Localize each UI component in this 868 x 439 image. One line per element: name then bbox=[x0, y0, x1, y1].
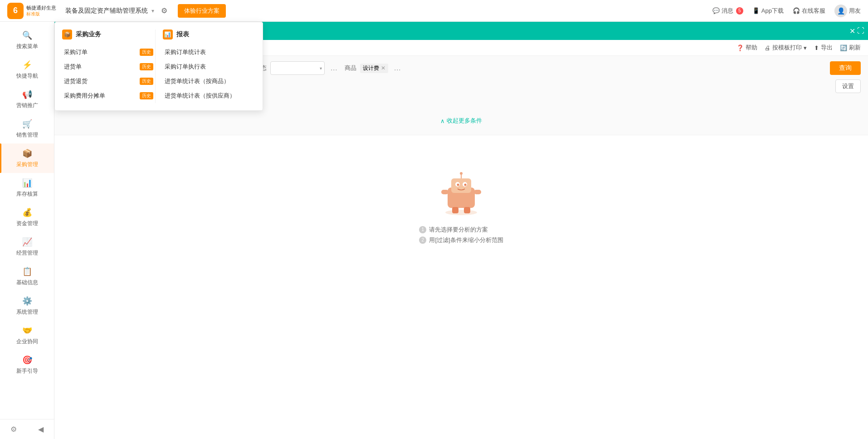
dropdown-col-report: 📊 报表 采购订单统计表 采购订单执行表 进货单统计表（按商品） 进货单统计表（… bbox=[155, 30, 256, 103]
dropdown-item-purchase-order[interactable]: 采购订单 历史 bbox=[62, 45, 155, 59]
report-col-icon: 📊 bbox=[163, 30, 173, 39]
toolbar-help[interactable]: ❓ 帮助 bbox=[736, 44, 757, 52]
sidebar-collapse-btn[interactable]: ◀ bbox=[38, 425, 44, 434]
tab-expand-icon[interactable]: ⛶ bbox=[857, 27, 864, 35]
header-app-download[interactable]: 📱 App下载 bbox=[752, 7, 784, 15]
header-right: 💬 消息 5 📱 App下载 🎧 在线客服 👤 用友 bbox=[712, 5, 861, 17]
toolbar-print[interactable]: 🖨 按模板打印 ▾ bbox=[765, 44, 807, 52]
dropdown-item-purchase-goods[interactable]: 进货单 历史 bbox=[62, 59, 155, 74]
sidebar-item-capital[interactable]: 💰 资金管理 bbox=[0, 202, 54, 232]
dropdown-item-report-3[interactable]: 进货单统计表（按商品） bbox=[163, 74, 256, 89]
history-badge-0: 历史 bbox=[140, 49, 153, 56]
quicknav-icon: ⚡ bbox=[22, 59, 33, 70]
dropdown-item-report-4[interactable]: 进货单统计表（按供应商） bbox=[163, 89, 256, 103]
collapse-area: ∧ 收起更多条件 bbox=[62, 110, 861, 129]
sidebar-item-sales[interactable]: 🛒 销售管理 bbox=[0, 114, 54, 143]
operation-icon: 📈 bbox=[22, 237, 33, 247]
tip-num-2: 2 bbox=[419, 237, 426, 244]
goods-dots[interactable]: … bbox=[394, 64, 401, 72]
svg-rect-2 bbox=[451, 178, 471, 193]
system-title-chevron[interactable]: ▾ bbox=[151, 8, 154, 14]
tab-actions: ✕ ⛶ bbox=[849, 27, 868, 35]
toolbar-export[interactable]: ⬆ 导出 bbox=[814, 44, 833, 52]
goods-label: 商品 bbox=[345, 64, 356, 72]
capital-icon: 💰 bbox=[22, 207, 33, 218]
history-badge-3: 历史 bbox=[140, 92, 153, 99]
header-online-service[interactable]: 🎧 在线客服 bbox=[793, 7, 825, 15]
svg-point-8 bbox=[460, 172, 463, 175]
logo-text: 畅捷通好生意 标准版 bbox=[26, 5, 56, 17]
sales-icon: 🛒 bbox=[22, 118, 33, 129]
export-icon: ⬆ bbox=[814, 44, 819, 51]
dropdown-item-report-1[interactable]: 采购订单统计表 bbox=[163, 45, 256, 59]
top-header: 6 畅捷通好生意 标准版 装备及固定资产辅助管理系统 ▾ ⚙ 体验行业方案 💬 … bbox=[0, 0, 868, 22]
sidebar-item-inventory[interactable]: 📊 库存核算 bbox=[0, 173, 54, 202]
collapse-btn[interactable]: ∧ 收起更多条件 bbox=[440, 113, 482, 128]
dropdown-menu: 📦 采购业务 采购订单 历史 进货单 历史 进货退货 历史 采购费用分摊单 历史 bbox=[54, 22, 263, 111]
help-icon: ❓ bbox=[736, 44, 744, 51]
settings-btn-area: 设置 bbox=[835, 79, 861, 93]
dropdown-col-purchase: 📦 采购业务 采购订单 历史 进货单 历史 进货退货 历史 采购费用分摊单 历史 bbox=[62, 30, 155, 103]
sidebar-item-marketing[interactable]: 📢 营销推广 bbox=[0, 84, 54, 114]
phone-icon: 📱 bbox=[752, 7, 760, 14]
inventory-icon: 📊 bbox=[22, 178, 33, 188]
empty-tips: 1 请先选择要分析的方案 2 用[过滤]条件来缩小分析范围 bbox=[419, 224, 503, 246]
header-message[interactable]: 💬 消息 5 bbox=[712, 7, 743, 15]
goods-tag-close[interactable]: ✕ bbox=[381, 65, 385, 71]
toolbar-refresh[interactable]: 🔄 刷新 bbox=[840, 44, 861, 52]
settings-btn[interactable]: 设置 bbox=[835, 79, 861, 93]
svg-point-6 bbox=[464, 184, 467, 186]
doc-status-select[interactable] bbox=[270, 61, 325, 75]
tab-close-all-icon[interactable]: ✕ bbox=[849, 27, 855, 35]
dropdown-item-report-2[interactable]: 采购订单执行表 bbox=[163, 59, 256, 74]
sidebar-item-system[interactable]: ⚙️ 系统管理 bbox=[0, 291, 54, 321]
refresh-icon: 🔄 bbox=[840, 44, 847, 51]
basicinfo-icon: 📋 bbox=[22, 266, 33, 277]
header-user[interactable]: 👤 用友 bbox=[834, 5, 861, 17]
svg-rect-12 bbox=[464, 207, 470, 213]
system-title-area: 装备及固定资产辅助管理系统 ▾ ⚙ 体验行业方案 bbox=[65, 4, 712, 18]
sidebar-item-quicknav[interactable]: ⚡ 快捷导航 bbox=[0, 55, 54, 84]
empty-illustration bbox=[434, 172, 488, 217]
sidebar-item-operation[interactable]: 📈 经营管理 bbox=[0, 232, 54, 261]
empty-state: 1 请先选择要分析的方案 2 用[过滤]条件来缩小分析范围 bbox=[54, 135, 868, 282]
collapse-up-icon: ∧ bbox=[440, 118, 445, 124]
industry-btn[interactable]: 体验行业方案 bbox=[178, 4, 226, 18]
headset-icon: 🎧 bbox=[793, 7, 800, 14]
logo-area: 6 畅捷通好生意 标准版 bbox=[7, 3, 62, 19]
sidebar-item-guide[interactable]: 🎯 新手引导 bbox=[0, 350, 54, 380]
svg-point-5 bbox=[457, 184, 459, 186]
sidebar-item-basicinfo[interactable]: 📋 基础信息 bbox=[0, 261, 54, 291]
user-avatar: 👤 bbox=[834, 5, 847, 17]
filter-goods: 商品 设计费 ✕ … bbox=[345, 64, 401, 73]
tip-num-1: 1 bbox=[419, 226, 426, 233]
sidebar-item-search[interactable]: 🔍 搜索菜单 bbox=[0, 25, 54, 55]
purchase-icon: 📦 bbox=[22, 148, 33, 159]
dropdown-purchase-title: 📦 采购业务 bbox=[62, 30, 155, 39]
guide-icon: 🎯 bbox=[22, 355, 33, 365]
marketing-icon: 📢 bbox=[22, 89, 33, 100]
svg-rect-11 bbox=[452, 207, 458, 213]
dropdown-report-title: 📊 报表 bbox=[163, 30, 256, 39]
sidebar-item-cooperation[interactable]: 🤝 企业协同 bbox=[0, 321, 54, 350]
dropdown-item-purchase-return[interactable]: 进货退货 历史 bbox=[62, 74, 155, 89]
sidebar: 🔍 搜索菜单 ⚡ 快捷导航 📢 营销推广 🛒 销售管理 📦 采购管理 📊 库存核… bbox=[0, 22, 54, 439]
svg-rect-9 bbox=[441, 190, 449, 194]
action-btns: 查询 bbox=[830, 61, 861, 75]
message-icon: 💬 bbox=[712, 7, 720, 14]
print-chevron[interactable]: ▾ bbox=[804, 44, 807, 51]
sidebar-bottom: ⚙ ◀ bbox=[0, 419, 54, 439]
system-icon: ⚙️ bbox=[22, 296, 33, 306]
goods-tag: 设计费 ✕ bbox=[360, 64, 388, 73]
svg-rect-10 bbox=[474, 190, 481, 194]
sidebar-settings-btn[interactable]: ⚙ bbox=[10, 425, 17, 434]
system-settings-icon[interactable]: ⚙ bbox=[158, 5, 171, 17]
print-icon: 🖨 bbox=[765, 44, 770, 51]
doc-status-dots[interactable]: … bbox=[330, 64, 337, 72]
cooperation-icon: 🤝 bbox=[22, 325, 33, 336]
sidebar-item-purchase[interactable]: 📦 采购管理 bbox=[0, 143, 54, 173]
dropdown-item-purchase-expense[interactable]: 采购费用分摊单 历史 bbox=[62, 89, 155, 103]
history-badge-2: 历史 bbox=[140, 78, 153, 85]
query-btn[interactable]: 查询 bbox=[830, 61, 861, 75]
search-icon: 🔍 bbox=[22, 30, 33, 41]
